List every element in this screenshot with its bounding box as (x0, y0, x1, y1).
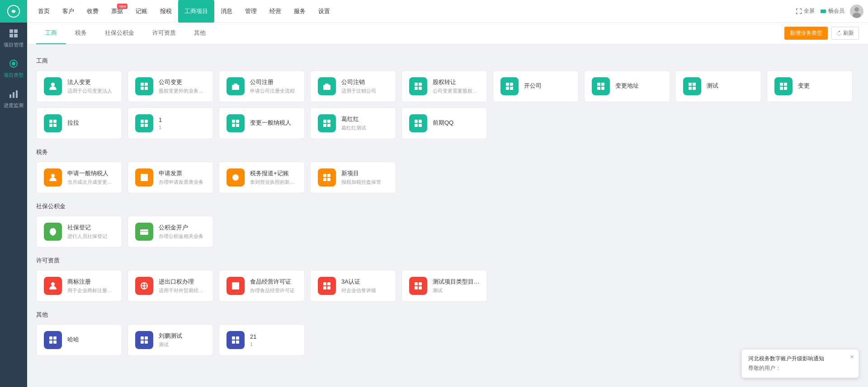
topnav-tax[interactable]: 报税 (154, 0, 178, 23)
card-lala[interactable]: 拉拉 (36, 107, 122, 139)
svg-rect-37 (693, 87, 696, 90)
sidebar-item-progress-monitor[interactable]: 进度监测 (0, 83, 27, 113)
card-desc-liupeng-test: 测试 (159, 341, 206, 348)
topnav-billing[interactable]: 收费 (80, 0, 105, 23)
card-company-cancel[interactable]: 公司注销 适用于注销公司 (310, 70, 396, 102)
card-open-company[interactable]: 开公司 (493, 70, 579, 102)
svg-rect-93 (141, 336, 144, 340)
card-test[interactable]: 测试 (675, 70, 761, 102)
card-tax-report-account[interactable]: ¥ 税务报道+记账 拿到营业执照的新公司 (219, 162, 305, 193)
svg-rect-24 (415, 87, 418, 90)
card-3a-cert[interactable]: 3A认证 对企业信誉评级 (310, 270, 396, 302)
sidebar-item-project-type[interactable]: 项目类型 (0, 53, 27, 83)
new-type-button[interactable]: 新增业务类型 (784, 27, 828, 40)
tab-shuiwu[interactable]: 税务 (66, 23, 96, 44)
card-food-permit[interactable]: 食品经营许可证 办理食品经营许可证 (219, 270, 305, 302)
card-title-front-qq: 前期QQ (433, 119, 480, 127)
card-text-equity-transfer: 股权转让 公司变更需要股权转让 (433, 78, 480, 94)
svg-rect-100 (236, 340, 239, 344)
vip-btn[interactable]: 畅会员 (820, 7, 844, 15)
fullscreen-btn[interactable]: 全屏 (796, 7, 815, 15)
svg-point-76 (51, 282, 55, 286)
card-trademark[interactable]: 商标注册 用于企业商标注册服务 (36, 270, 122, 302)
sidebar-item-project-mgmt[interactable]: 项目管理 (0, 23, 27, 53)
project-mgmt-icon (7, 27, 20, 40)
topnav-messages[interactable]: 消息 (214, 0, 239, 23)
svg-point-13 (51, 83, 55, 86)
card-desc-trademark: 用于企业商标注册服务 (67, 287, 114, 294)
card-import-export[interactable]: 进出口权办理 适用于对外贸易经营者 (127, 270, 213, 302)
cards-grid-qita: 哈哈 刘鹏测试 测试 (36, 324, 859, 356)
svg-rect-32 (597, 87, 600, 90)
card-liupeng-test[interactable]: 刘鹏测试 测试 (127, 324, 213, 356)
card-company-change[interactable]: 公司变更 股权变更外的业务变更 (127, 70, 213, 102)
svg-rect-92 (53, 340, 57, 344)
card-gehonghong[interactable]: 葛红红 葛红红测试 (310, 107, 396, 139)
svg-rect-2 (14, 29, 18, 33)
svg-point-12 (853, 13, 861, 18)
tab-shebao[interactable]: 社保公积金 (96, 23, 143, 44)
card-haha[interactable]: 哈哈 (36, 324, 122, 356)
card-equity-transfer[interactable]: 股权转让 公司变更需要股权转让 (401, 70, 487, 102)
card-title-twenty-one: 21 (250, 333, 297, 340)
card-icon-change-taxpayer (226, 114, 245, 132)
card-icon-equity-transfer (409, 77, 427, 95)
sidebar-label-project-type: 项目类型 (4, 72, 24, 79)
svg-rect-48 (141, 124, 144, 127)
card-change-taxpayer[interactable]: 变更一般纳税人 (219, 107, 305, 139)
svg-rect-44 (49, 124, 52, 127)
svg-rect-85 (415, 282, 418, 285)
card-title-apply-invoice: 申请发票 (159, 169, 206, 177)
card-front-qq[interactable]: 前期QQ (401, 107, 487, 139)
card-desc-one: 1 (159, 125, 206, 130)
card-one[interactable]: 1 1 (127, 107, 213, 139)
tab-qita[interactable]: 其他 (185, 23, 215, 44)
card-text-change-taxpayer: 变更一般纳税人 (250, 119, 297, 128)
refresh-button[interactable]: 刷新 (831, 27, 859, 40)
card-twenty-one[interactable]: 21 1 (219, 324, 305, 356)
avatar[interactable] (850, 5, 863, 18)
card-desc-tax-report-account: 拿到营业执照的新公司 (250, 179, 297, 186)
topnav-operations[interactable]: 经营 (263, 0, 288, 23)
topnav-management[interactable]: 管理 (239, 0, 263, 23)
card-company-register[interactable]: 公司注册 申请公司注册全流程 (219, 70, 305, 102)
svg-rect-96 (145, 340, 148, 344)
card-provident-fund[interactable]: 公积金开户 办理公积金相关业务 (127, 216, 213, 247)
card-legal-change[interactable]: 法人变更 适用于公司变更法人 (36, 70, 122, 102)
card-desc-company-register: 申请公司注册全流程 (250, 88, 297, 94)
topnav-biz-project[interactable]: 工商项目 (178, 0, 214, 23)
svg-rect-88 (419, 286, 422, 289)
card-change[interactable]: 变更 (767, 70, 853, 102)
card-apply-taxpayer[interactable]: 申请一般纳税人 当月或次月成变更完成 (36, 162, 122, 193)
notification-close-btn[interactable]: × (850, 353, 854, 360)
card-desc-new-project: 报税加税控盘保管 (341, 179, 388, 186)
card-change-address[interactable]: 变更地址 (584, 70, 670, 102)
tab-gongshang[interactable]: 工商 (36, 23, 66, 44)
card-text-company-cancel: 公司注销 适用于注销公司 (341, 78, 388, 94)
card-title-legal-change: 法人变更 (67, 78, 114, 86)
card-social-insurance[interactable]: 社保登记 进行人员社保登记 (36, 216, 122, 247)
card-new-project[interactable]: 新项目 报税加税控盘保管 (310, 162, 396, 193)
cards-grid-shuiwu: 申请一般纳税人 当月或次月成变更完成 申请发票 办理申请发票类业务 (36, 162, 859, 193)
tab-xuke[interactable]: 许可资质 (143, 23, 185, 44)
svg-rect-34 (689, 83, 692, 86)
topnav-settings[interactable]: 设置 (312, 0, 336, 23)
card-apply-invoice[interactable]: 申请发票 办理申请发票类业务 (127, 162, 213, 193)
card-text-front-qq: 前期QQ (433, 119, 480, 128)
refresh-icon (836, 31, 842, 36)
topnav-services[interactable]: 服务 (288, 0, 312, 23)
topnav-right: 全屏 畅会员 (796, 5, 863, 18)
topnav-home[interactable]: 首页 (32, 0, 56, 23)
tab-bar: 工商 税务 社保公积金 许可资质 其他 新增业务类型 刷新 (27, 23, 868, 44)
sidebar-logo[interactable] (0, 0, 27, 23)
project-type-icon (7, 57, 20, 70)
svg-rect-42 (49, 120, 52, 123)
card-title-company-register: 公司注册 (250, 78, 297, 86)
topnav-customer[interactable]: 客户 (56, 0, 80, 23)
card-title-open-company: 开公司 (524, 82, 571, 90)
topnav-tickets[interactable]: 票据new (105, 0, 129, 23)
topnav-accounting[interactable]: 记账 (129, 0, 154, 23)
card-test-type[interactable]: 测试项目类型目定义 测试 (401, 270, 487, 302)
card-title-company-cancel: 公司注销 (341, 78, 388, 86)
card-text-company-register: 公司注册 申请公司注册全流程 (250, 78, 297, 94)
